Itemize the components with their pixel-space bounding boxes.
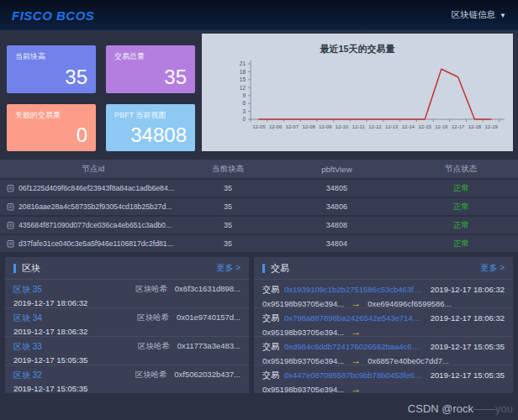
block-hash-value: 0x6f3c1631d898...: [175, 284, 240, 293]
tx-hash-link[interactable]: 0x447e087095587bc9bb78b0453fe64ccd79...: [284, 370, 424, 380]
transactions-more-link[interactable]: 更多 >: [480, 262, 505, 274]
copy-icon[interactable]: [7, 184, 14, 192]
block-link[interactable]: 区块 33: [13, 341, 42, 353]
list-item: 区块 34 区块哈希 0x01e9740157d... 2019-12-17 1…: [5, 307, 249, 336]
svg-text:12-06: 12-06: [269, 124, 283, 129]
transactions-chart-card: 最近15天的交易量 03691215182112-0512-0612-0712-…: [202, 34, 513, 151]
block-hash-value: 0x11773a3e483...: [177, 341, 240, 350]
svg-text:15: 15: [240, 76, 246, 82]
block-hash-group: 区块哈希 0x6f3c1631d898...: [135, 284, 240, 295]
stat-card: 交易总量 35: [106, 45, 195, 93]
node-id-cell: 06f1225d409f6c846ef23943f8a84ac1adb6e84.…: [0, 184, 187, 192]
blocks-more-link[interactable]: 更多 >: [216, 262, 240, 274]
transactions-list: 交易 0x1939109c1b2b2751586c53cb463f8d86b6.…: [254, 279, 513, 393]
tx-from-address: 0x95198b93705e394...: [262, 356, 344, 365]
tx-from-address: 0x95198b93705e394...: [262, 299, 344, 308]
svg-text:6: 6: [242, 100, 246, 106]
block-height-value: 35: [187, 239, 270, 248]
copy-icon[interactable]: [7, 202, 14, 211]
block-hash-label: 区块哈希: [137, 312, 169, 322]
stat-card: 当前块高 35: [7, 45, 96, 93]
stat-card-value: 35: [114, 67, 187, 87]
svg-text:9: 9: [242, 92, 246, 98]
svg-text:12-18: 12-18: [468, 124, 482, 129]
status-badge: 正常: [404, 202, 518, 213]
tx-label: 交易: [262, 312, 279, 324]
col-pbftview: pbftView: [269, 165, 404, 174]
accent-bar-icon: [13, 264, 16, 273]
tx-hash-link[interactable]: 0x1939109c1b2b2751586c53cb463f8d86b6...: [284, 285, 424, 294]
tx-timestamp: 2019-12-17 15:05:35: [431, 370, 505, 380]
block-hash-group: 区块哈希 0xf5062032b437...: [135, 370, 240, 381]
svg-text:12: 12: [240, 85, 246, 91]
block-hash-label: 区块哈希: [138, 341, 170, 350]
table-row: 20816aae28a4c58735b2f93054cd18b25b27d...…: [0, 198, 518, 215]
blocks-panel-title: 区块: [22, 262, 216, 275]
status-badge: 正常: [404, 220, 518, 231]
block-link[interactable]: 区块 34: [13, 312, 42, 324]
list-item: 交易 0x798a887898ba2426542e543e714a45322..…: [254, 307, 513, 336]
block-timestamp: 2019-12-17 15:05:35: [13, 355, 240, 365]
node-table-header: 节点Id 当前块高 pbftView 节点状态: [0, 160, 518, 178]
node-id-cell: d37fafe31ce040c3e5a5f946e1106817dc2fd81.…: [0, 239, 187, 248]
svg-text:12-08: 12-08: [302, 124, 315, 129]
block-height-value: 35: [187, 221, 270, 229]
node-table: 节点Id 当前块高 pbftView 节点状态 06f1225d409f6c84…: [0, 160, 518, 252]
stat-card-label: PBFT 当前视图: [114, 110, 187, 121]
svg-text:12-09: 12-09: [319, 124, 332, 129]
blockchain-info-dropdown[interactable]: 区块链信息 ▼: [452, 9, 506, 21]
list-item: 区块 35 区块哈希 0x6f3c1631d898... 2019-12-17 …: [5, 279, 249, 307]
lists-section: 区块 更多 > 区块 35 区块哈希 0x6f3c1631d898...: [0, 252, 518, 398]
list-item: 交易 0x1939109c1b2b2751586c53cb463f8d86b6.…: [254, 279, 513, 307]
blocks-panel: 区块 更多 > 区块 35 区块哈希 0x6f3c1631d898...: [5, 257, 249, 393]
pbftview-value: 34805: [269, 184, 404, 192]
arrow-right-icon: →: [351, 355, 361, 365]
block-height-value: 35: [187, 202, 270, 211]
svg-text:12-19: 12-19: [484, 124, 498, 129]
node-id-value: d37fafe31ce040c3e5a5f946e1106817dc2fd81.…: [18, 239, 173, 248]
block-timestamp: 2019-12-17 15:05:35: [13, 384, 240, 393]
svg-text:12-15: 12-15: [419, 124, 432, 129]
stat-card-label: 交易总量: [114, 51, 187, 62]
svg-text:21: 21: [240, 60, 246, 66]
node-id-value: 435684f871090d077dce036ca4eb651c3adb0...: [18, 221, 172, 229]
tx-hash-link[interactable]: 0x798a887898ba2426542e543e714a45322...: [284, 313, 424, 323]
transactions-line-chart: 03691215182112-0512-0612-0712-0812-0912-…: [202, 59, 513, 144]
dashboard: FISCO BCOS 区块链信息 ▼ 当前块高 35 交易总量 35 失败的交易…: [0, 0, 518, 420]
stat-card-value: 35: [15, 67, 87, 87]
fisco-bcos-logo[interactable]: FISCO BCOS: [12, 8, 94, 23]
accent-bar-icon: [262, 264, 265, 273]
stat-card-value: 0: [15, 125, 87, 145]
node-id-cell: 435684f871090d077dce036ca4eb651c3adb0...: [0, 221, 187, 229]
tx-timestamp: 2019-12-17 18:06:32: [431, 285, 505, 294]
blocks-list: 区块 35 区块哈希 0x6f3c1631d898... 2019-12-17 …: [5, 279, 249, 393]
block-link[interactable]: 区块 32: [13, 370, 42, 381]
copy-icon[interactable]: [7, 221, 14, 229]
col-node-id: 节点Id: [0, 164, 187, 175]
list-item: 区块 33 区块哈希 0x11773a3e483... 2019-12-17 1…: [5, 336, 249, 365]
tx-to-address: 0x6857e40be0c7dd7...: [367, 356, 449, 365]
block-hash-value: 0x01e9740157d...: [177, 312, 240, 322]
list-item: 区块 32 区块哈希 0xf5062032b437... 2019-12-17 …: [5, 365, 249, 393]
block-hash-label: 区块哈希: [135, 370, 167, 379]
transactions-panel: 交易 更多 > 交易 0x1939109c1b2b2751586c53cb463…: [254, 257, 513, 393]
arrow-right-icon: →: [351, 327, 361, 336]
svg-text:12-07: 12-07: [286, 124, 299, 129]
arrow-right-icon: →: [351, 298, 361, 307]
tx-hash-link[interactable]: 0xd984c6ddb724176026562baa4c6bc7ef1...: [284, 342, 424, 351]
tx-from-address: 0x95198b93705e394...: [262, 328, 344, 337]
block-height-value: 35: [187, 184, 270, 192]
status-badge: 正常: [404, 239, 518, 249]
chevron-down-icon: ▼: [500, 12, 506, 19]
block-link[interactable]: 区块 35: [13, 284, 42, 296]
status-badge: 正常: [404, 183, 518, 194]
copy-icon[interactable]: [7, 239, 14, 248]
stat-cards: 当前块高 35 交易总量 35 失败的交易量 0 PBFT 当前视图 34808: [7, 34, 195, 151]
col-block-height: 当前块高: [187, 164, 270, 175]
list-item: 交易 0x447e087095587bc9bb78b0453fe64ccd79.…: [254, 365, 513, 393]
node-table-body: 06f1225d409f6c846ef23943f8a84ac1adb6e84.…: [0, 180, 518, 252]
table-row: 435684f871090d077dce036ca4eb651c3adb0...…: [0, 217, 518, 234]
tx-label: 交易: [262, 341, 279, 353]
stat-card: PBFT 当前视图 34808: [106, 104, 195, 152]
transactions-panel-title: 交易: [271, 262, 480, 275]
